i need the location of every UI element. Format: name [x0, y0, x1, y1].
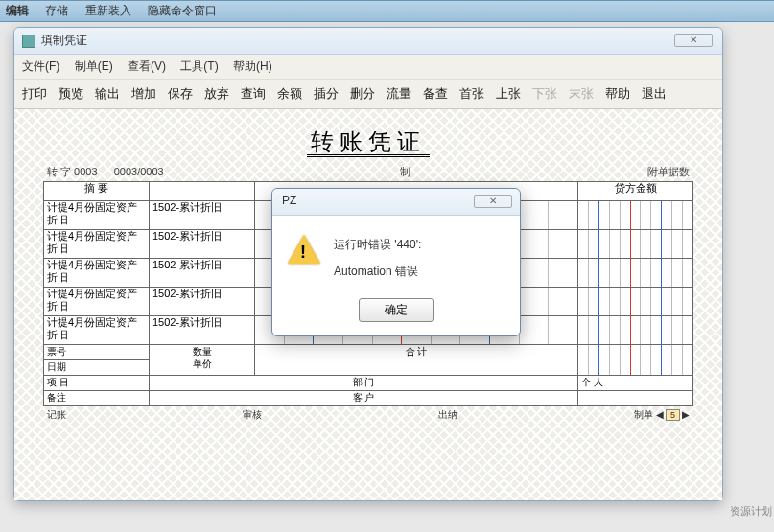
toolbar-末张: 末张 — [569, 86, 594, 101]
side-brand-label: 资源计划 — [730, 504, 772, 519]
toolbar-输出[interactable]: 输出 — [95, 86, 120, 101]
toolbar-预览[interactable]: 预览 — [59, 86, 83, 101]
cell-credit[interactable] — [578, 201, 693, 230]
voucher-bottom: 记账 审核 出纳 制单 ◀5▶ — [43, 406, 693, 422]
cell-credit[interactable] — [578, 288, 693, 316]
voucher-mid: 制 — [400, 165, 410, 179]
label-cashier: 出纳 — [438, 408, 457, 422]
cell-subject[interactable]: 1502-累计折旧 — [150, 288, 255, 316]
cell-credit[interactable] — [578, 259, 693, 288]
toolbar-查询[interactable]: 查询 — [241, 86, 266, 101]
dialog-ok-button[interactable]: 确定 — [359, 298, 434, 322]
label-dept: 部 门 — [150, 376, 578, 391]
menu-help[interactable]: 帮助(H) — [233, 59, 272, 73]
toolbar-保存[interactable]: 保存 — [168, 86, 193, 101]
pager[interactable]: ◀5▶ — [656, 409, 690, 421]
toolbar-首张[interactable]: 首张 — [459, 86, 484, 101]
menu-reload[interactable]: 重新装入 — [85, 4, 131, 17]
dialog-close-button[interactable]: ✕ — [474, 195, 512, 208]
label-maker: 制单 — [634, 409, 653, 420]
cell-summary[interactable]: 计提4月份固定资产折旧 — [44, 316, 150, 345]
toolbar-上张[interactable]: 上张 — [496, 86, 521, 101]
label-ticket: 票号 — [44, 345, 150, 360]
voucher-meta: 转 字 0003 — 0003/0003 制 附单据数 — [43, 165, 693, 181]
voucher-title: 转账凭证 — [43, 127, 693, 157]
toolbar-余额[interactable]: 余额 — [277, 86, 302, 101]
label-total: 合 计 — [255, 345, 578, 376]
cell-credit[interactable] — [578, 316, 693, 345]
app-icon — [22, 35, 35, 48]
window-titlebar: 填制凭证 ✕ — [14, 28, 722, 55]
label-record: 记账 — [47, 408, 66, 422]
menu-save[interactable]: 存储 — [45, 4, 68, 17]
label-customer: 客 户 — [150, 391, 578, 406]
menu-make[interactable]: 制单(E) — [75, 59, 113, 73]
toolbar-流量[interactable]: 流量 — [387, 86, 411, 101]
menubar: 文件(F) 制单(E) 查看(V) 工具(T) 帮助(H) — [14, 55, 722, 80]
toolbar-插分[interactable]: 插分 — [314, 86, 339, 101]
label-review: 审核 — [243, 408, 262, 422]
menu-hide-cmd[interactable]: 隐藏命令窗口 — [148, 4, 217, 17]
toolbar-放弃[interactable]: 放弃 — [204, 86, 229, 101]
toolbar-增加[interactable]: 增加 — [131, 86, 156, 101]
dialog-message: 运行时错误 '440': Automation 错误 — [334, 233, 421, 281]
toolbar-帮助[interactable]: 帮助 — [605, 86, 630, 101]
window-title: 填制凭证 — [41, 33, 87, 49]
toolbar-删分[interactable]: 删分 — [350, 86, 375, 101]
label-project: 项 目 — [44, 376, 150, 391]
cell-subject[interactable]: 1502-累计折旧 — [150, 316, 255, 345]
toolbar: 打印预览输出增加保存放弃查询余额插分删分流量备查首张上张下张末张帮助退出 — [14, 80, 722, 109]
dialog-titlebar: PZ ✕ — [272, 189, 520, 216]
error-dialog: PZ ✕ 运行时错误 '440': Automation 错误 确定 — [271, 188, 521, 336]
outer-menu: 编辑 存储 重新装入 隐藏命令窗口 — [0, 1, 774, 22]
voucher-number: 转 字 0003 — 0003/0003 — [47, 165, 164, 179]
menu-file[interactable]: 文件(F) — [22, 59, 59, 73]
label-date: 日期 — [44, 360, 150, 376]
dialog-title: PZ — [282, 194, 296, 207]
col-summary: 摘 要 — [44, 182, 150, 201]
label-note: 备注 — [44, 391, 150, 406]
warning-icon — [288, 233, 320, 266]
menu-edit[interactable]: 编辑 — [6, 4, 29, 17]
cell-summary[interactable]: 计提4月份固定资产折旧 — [44, 201, 150, 230]
cell-summary[interactable]: 计提4月份固定资产折旧 — [44, 259, 150, 288]
label-price: 单价 — [152, 358, 251, 370]
menu-tools[interactable]: 工具(T) — [180, 59, 218, 73]
col-credit: 贷方金额 — [578, 182, 693, 201]
toolbar-备查[interactable]: 备查 — [423, 86, 448, 101]
cell-summary[interactable]: 计提4月份固定资产折旧 — [44, 230, 150, 259]
label-person: 个 人 — [578, 376, 693, 391]
cell-credit[interactable] — [578, 230, 693, 259]
toolbar-下张: 下张 — [532, 86, 557, 101]
cell-subject[interactable]: 1502-累计折旧 — [150, 201, 255, 230]
cell-subject[interactable]: 1502-累计折旧 — [150, 259, 255, 288]
cell-summary[interactable]: 计提4月份固定资产折旧 — [44, 288, 150, 316]
cell-subject[interactable]: 1502-累计折旧 — [150, 230, 255, 259]
toolbar-打印[interactable]: 打印 — [22, 86, 47, 101]
menu-view[interactable]: 查看(V) — [128, 59, 166, 73]
col-subject — [150, 182, 255, 201]
label-qty: 数量 — [152, 345, 251, 358]
window-close-button[interactable]: ✕ — [674, 34, 713, 47]
voucher-attach: 附单据数 — [647, 165, 690, 179]
toolbar-退出[interactable]: 退出 — [642, 86, 667, 101]
